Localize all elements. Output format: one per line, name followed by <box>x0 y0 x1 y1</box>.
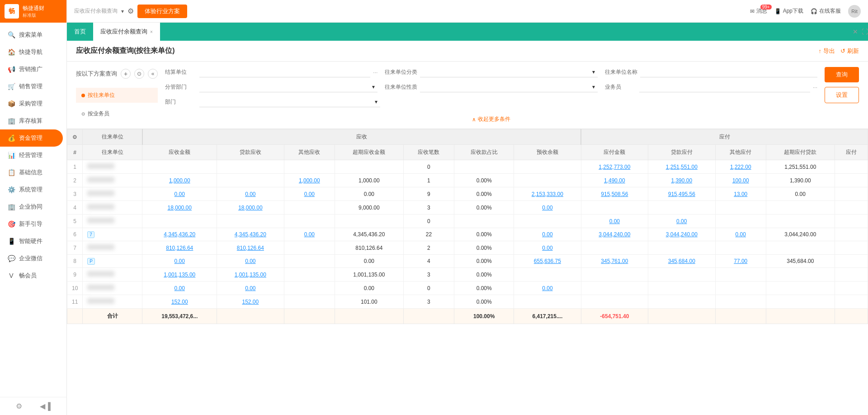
export-button[interactable]: ↑ 导出 <box>819 47 835 55</box>
main-area: 应收应付余额查询 ▾ ⚙ 体验行业方案 ✉ 消息 99+ 📱 App下载 🎧 在… <box>67 0 868 415</box>
app-download-button[interactable]: 📱 App下载 <box>774 7 803 15</box>
row-ap-loan-1[interactable]: 1,251,551.00 <box>648 160 715 174</box>
tab-ar-ap[interactable]: 应收应付余额查询 × <box>93 23 160 41</box>
row-prepay-2 <box>514 174 581 187</box>
row-prepay-10[interactable]: 0.00 <box>514 281 581 295</box>
partner-name-label: 往来单位名称 <box>605 68 637 76</box>
row-ar-loan-10[interactable]: 0.00 <box>217 281 284 295</box>
partner-nature-select[interactable]: ▾ <box>420 82 597 92</box>
collapse-sidebar-icon[interactable]: ◀▐ <box>40 402 50 410</box>
row-ar-other-6[interactable]: 0.00 <box>284 228 335 241</box>
sidebar-item-inventory[interactable]: 🏢 库存核算 <box>0 112 66 129</box>
row-prepay-8[interactable]: 655,636.75 <box>514 255 581 268</box>
row-ar-amount-8[interactable]: 0.00 <box>142 255 217 268</box>
row-ar-other-3[interactable]: 0.00 <box>284 187 335 201</box>
salesman-input[interactable] <box>639 82 810 92</box>
sidebar-item-finance[interactable]: 💰 资金管理 <box>0 129 63 147</box>
row-ap-loan-8[interactable]: 345,684.00 <box>648 255 715 268</box>
row-prepay-6[interactable]: 0.00 <box>514 228 581 241</box>
sidebar-item-wechat[interactable]: 💬 企业微信 <box>0 250 66 267</box>
sidebar-item-smart-hardware[interactable]: 📱 智能硬件 <box>0 233 66 250</box>
filter-back-button[interactable]: « <box>148 69 158 79</box>
set-button[interactable]: 设置 <box>825 87 859 103</box>
row-ap-amount-1[interactable]: 1,252,773.00 <box>581 160 648 174</box>
row-ar-loan-8[interactable]: 0.00 <box>217 255 284 268</box>
row-ar-amount-3[interactable]: 0.00 <box>142 187 217 201</box>
filter-by-salesman[interactable]: ⊙ 按业务员 <box>76 106 158 121</box>
table-settings-icon[interactable]: ⚙ <box>72 134 77 140</box>
salesman-dots-icon[interactable]: ··· <box>813 84 817 91</box>
settings-footer-icon[interactable]: ⚙ <box>16 402 22 410</box>
footer-prepay[interactable]: 6,417,215.... <box>514 309 581 324</box>
row-ap-other-8[interactable]: 77.00 <box>715 255 766 268</box>
row-prepay-7[interactable]: 0.00 <box>514 241 581 255</box>
sidebar-item-search-menu[interactable]: 🔍 搜索菜单 <box>0 26 66 43</box>
row-ap-loan-5[interactable]: 0.00 <box>648 215 715 228</box>
sidebar-item-operations[interactable]: 📊 经营管理 <box>0 147 66 164</box>
filter-edit-button[interactable]: ⊙ <box>134 69 144 79</box>
row-ar-amount-2[interactable]: 1,000.00 <box>142 174 217 187</box>
collapse-filter-button[interactable]: ∧ 收起更多条件 <box>165 115 817 123</box>
row-ap-amount-8[interactable]: 345,761.00 <box>581 255 648 268</box>
row-ar-loan-6[interactable]: 4,345,436.20 <box>217 228 284 241</box>
row-ar-amount-9[interactable]: 1,001,135.00 <box>142 268 217 281</box>
dept-select[interactable]: ▾ <box>199 97 380 107</box>
window-maximize-icon[interactable]: ⛶ <box>862 28 868 35</box>
row-ap-other-6[interactable]: 0.00 <box>715 228 766 241</box>
footer-ar-amount[interactable]: 19,553,472,6... <box>142 309 217 324</box>
sidebar-item-member[interactable]: V 畅会员 <box>0 267 66 284</box>
row-ar-loan-7[interactable]: 810,126.64 <box>217 241 284 255</box>
sidebar-item-marketing[interactable]: 📢 营销推广 <box>0 61 66 78</box>
th-ar-amount: 应收金额 <box>142 145 217 160</box>
row-ap-other-3[interactable]: 13.00 <box>715 187 766 201</box>
filter-add-button[interactable]: + <box>121 69 131 79</box>
row-ar-loan-4[interactable]: 18,000.00 <box>217 201 284 215</box>
row-ap-loan-6[interactable]: 3,044,240.00 <box>648 228 715 241</box>
refresh-button[interactable]: ↺ 刷新 <box>840 47 859 55</box>
avatar: Rit <box>848 5 861 18</box>
row-ar-amount-10[interactable]: 0.00 <box>142 281 217 295</box>
tab-close-icon[interactable]: × <box>150 29 153 34</box>
user-avatar-button[interactable]: Rit <box>848 5 861 18</box>
dept-manager-select[interactable]: ▾ <box>199 82 377 92</box>
promo-button[interactable]: 体验行业方案 <box>137 5 187 18</box>
sidebar-item-quick-nav[interactable]: 🏠 快捷导航 <box>0 43 66 61</box>
row-prepay-3[interactable]: 2,153,333.00 <box>514 187 581 201</box>
row-ar-amount-6[interactable]: 4,345,436.20 <box>142 228 217 241</box>
sidebar-item-purchase[interactable]: 📦 采购管理 <box>0 95 66 112</box>
row-ap-loan-3[interactable]: 915,495.56 <box>648 187 715 201</box>
sidebar-item-guide[interactable]: 🎯 新手引导 <box>0 215 66 233</box>
topbar-gear-icon[interactable]: ⚙ <box>127 7 134 15</box>
sidebar-item-basic-info[interactable]: 📋 基础信息 <box>0 164 66 181</box>
sidebar-item-system[interactable]: ⚙️ 系统管理 <box>0 181 66 198</box>
row-ap-amount-3[interactable]: 915,508.56 <box>581 187 648 201</box>
settlement-unit-dots-icon[interactable]: ··· <box>373 69 377 76</box>
row-ar-ratio-1 <box>454 160 514 174</box>
row-ar-other-2[interactable]: 1,000.00 <box>284 174 335 187</box>
row-ap-other-2[interactable]: 100.00 <box>715 174 766 187</box>
row-ar-amount-7[interactable]: 810,126.64 <box>142 241 217 255</box>
row-ap-loan-2[interactable]: 1,390.00 <box>648 174 715 187</box>
sidebar-item-enterprise[interactable]: 🏢 企业协同 <box>0 198 66 215</box>
row-ar-amount-4[interactable]: 18,000.00 <box>142 201 217 215</box>
partner-name-input[interactable] <box>640 67 817 77</box>
row-ar-loan-11[interactable]: 152.00 <box>217 295 284 309</box>
row-ap-other-1[interactable]: 1,222.00 <box>715 160 766 174</box>
breadcrumb-chevron-icon[interactable]: ▾ <box>121 8 124 14</box>
filter-by-partner[interactable]: 按往来单位 <box>76 88 158 103</box>
row-ar-amount-11[interactable]: 152.00 <box>142 295 217 309</box>
row-ar-loan-9[interactable]: 1,001,135.00 <box>217 268 284 281</box>
sidebar-item-sales[interactable]: 🛒 销售管理 <box>0 78 66 95</box>
tab-home[interactable]: 首页 <box>67 23 93 41</box>
message-button[interactable]: ✉ 消息 99+ <box>750 7 767 15</box>
row-ap-amount-6[interactable]: 3,044,240.00 <box>581 228 648 241</box>
query-button[interactable]: 查询 <box>825 67 859 82</box>
row-prepay-4[interactable]: 0.00 <box>514 201 581 215</box>
row-ap-amount-5[interactable]: 0.00 <box>581 215 648 228</box>
row-ar-loan-3[interactable]: 0.00 <box>217 187 284 201</box>
settlement-unit-input[interactable] <box>199 67 370 77</box>
partner-category-select[interactable]: ▾ <box>420 67 597 77</box>
window-close-icon[interactable]: ✕ <box>853 28 858 35</box>
online-service-button[interactable]: 🎧 在线客服 <box>811 7 841 15</box>
row-ap-amount-2[interactable]: 1,490.00 <box>581 174 648 187</box>
